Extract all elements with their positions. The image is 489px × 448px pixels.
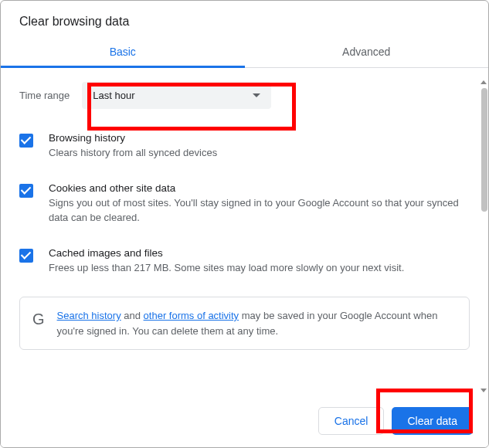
dialog-content: Time range Last hour Browsing history Cl…: [1, 68, 488, 395]
dialog-title: Clear browsing data: [1, 1, 488, 36]
time-range-value: Last hour: [93, 90, 134, 101]
option-title: Cached images and files: [49, 247, 470, 259]
link-search-history[interactable]: Search history: [57, 310, 121, 321]
info-text: Search history and other forms of activi…: [57, 308, 457, 338]
scrollbar-thumb[interactable]: [481, 88, 487, 212]
option-desc: Frees up less than 217 MB. Some sites ma…: [49, 260, 470, 276]
link-other-activity[interactable]: other forms of activity: [144, 310, 239, 321]
checkbox-cookies[interactable]: [19, 184, 33, 198]
tabs: Basic Advanced: [1, 36, 488, 68]
chevron-down-icon: [253, 93, 260, 97]
tab-label: Advanced: [342, 46, 390, 58]
tab-label: Basic: [110, 46, 136, 58]
clear-browsing-data-dialog: Clear browsing data Basic Advanced Time …: [0, 0, 489, 448]
cancel-button[interactable]: Cancel: [318, 407, 385, 435]
clear-data-button[interactable]: Clear data: [392, 407, 473, 435]
option-title: Browsing history: [49, 132, 470, 144]
tab-advanced[interactable]: Advanced: [245, 36, 489, 67]
option-cookies: Cookies and other site data Signs you ou…: [19, 182, 470, 226]
google-logo-icon: G: [32, 308, 45, 327]
time-range-row: Time range Last hour: [19, 82, 470, 109]
scroll-down-icon: [481, 389, 487, 392]
tab-basic[interactable]: Basic: [1, 36, 245, 67]
checkbox-browsing-history[interactable]: [19, 134, 33, 148]
scroll-up-icon: [481, 80, 487, 84]
scrollbar[interactable]: [480, 80, 487, 392]
time-range-label: Time range: [19, 90, 70, 101]
option-title: Cookies and other site data: [49, 182, 470, 194]
option-desc: Clears history from all synced devices: [49, 145, 470, 161]
option-desc: Signs you out of most sites. You'll stay…: [49, 195, 470, 226]
dialog-footer: Cancel Clear data: [1, 395, 488, 447]
option-browsing-history: Browsing history Clears history from all…: [19, 132, 470, 161]
time-range-select[interactable]: Last hour: [82, 82, 271, 109]
checkbox-cache[interactable]: [19, 249, 33, 263]
option-cache: Cached images and files Frees up less th…: [19, 247, 470, 276]
google-account-info: G Search history and other forms of acti…: [19, 297, 470, 350]
